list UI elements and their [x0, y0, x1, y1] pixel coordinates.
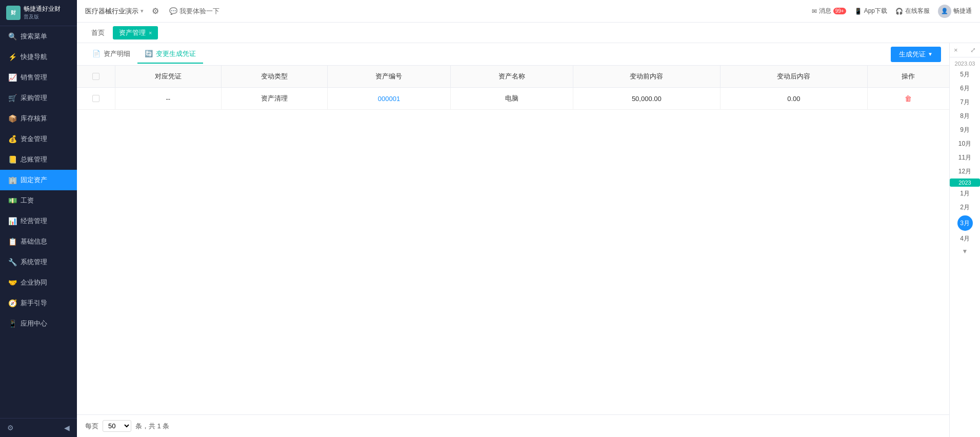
pagination-bar: 每页 50 10 20 100 条，共 1 条: [77, 414, 949, 437]
th-before: 变动前内容: [573, 66, 720, 88]
sidebar-label-basic-info: 基础信息: [21, 237, 47, 246]
year-2023-badge[interactable]: 2023: [950, 178, 980, 187]
month-item[interactable]: 8月: [956, 109, 973, 123]
row-operation: 🗑: [867, 88, 949, 110]
per-page-select[interactable]: 50 10 20 100: [103, 420, 131, 432]
generate-btn-arrow-icon: ▼: [928, 51, 933, 57]
content-main: 📄 资产明细 🔄 变更生成凭证 生成凭证 ▼: [77, 43, 949, 437]
sidebar-item-search[interactable]: 🔍 搜索菜单: [0, 26, 77, 47]
app-center-icon: 📱: [8, 320, 16, 328]
month-item[interactable]: 6月: [956, 82, 973, 95]
guide-icon: 🧭: [8, 299, 16, 307]
year-label-top: 2023.03: [950, 57, 980, 68]
row-checkbox-cell: [77, 88, 115, 110]
sidebar-item-ledger[interactable]: 📒 总账管理: [0, 149, 77, 170]
app-download-button[interactable]: 📱 App下载: [854, 7, 887, 15]
system-icon: 🔧: [8, 258, 16, 266]
sidebar-item-fixed-assets[interactable]: 🏢 固定资产: [0, 170, 77, 190]
fixed-assets-icon: 🏢: [8, 176, 16, 184]
experience-label: 我要体验一下: [179, 7, 219, 16]
customer-service-button[interactable]: 🎧 在线客服: [895, 7, 930, 15]
sidebar-item-system[interactable]: 🔧 系统管理: [0, 252, 77, 272]
sidebar-item-app-center[interactable]: 📱 应用中心: [0, 313, 77, 334]
user-avatar: 👤: [938, 5, 951, 18]
row-voucher: --: [115, 88, 221, 110]
fund-icon: 💰: [8, 135, 16, 143]
message-button[interactable]: ✉ 消息 99+: [812, 7, 846, 15]
header-settings-icon[interactable]: ⚙: [152, 6, 159, 16]
header-right: ✉ 消息 99+ 📱 App下载 🎧 在线客服 👤 畅捷通: [812, 5, 972, 18]
sidebar-item-purchase[interactable]: 🛒 采购管理: [0, 88, 77, 108]
sidebar-item-operations[interactable]: 📊 经营管理: [0, 211, 77, 231]
tab-home[interactable]: 首页: [85, 26, 111, 39]
month-item[interactable]: 9月: [956, 123, 973, 137]
scroll-down-arrow[interactable]: ▼: [950, 246, 980, 257]
tab-asset-detail[interactable]: 📄 资产明细: [85, 45, 137, 64]
sidebar-item-payroll[interactable]: 💵 工资: [0, 190, 77, 211]
sidebar-item-guide[interactable]: 🧭 新手引导: [0, 293, 77, 313]
month-item[interactable]: 4月: [957, 232, 973, 246]
row-name: 电脑: [450, 88, 573, 110]
sidebar-item-quick-nav[interactable]: ⚡ 快捷导航: [0, 47, 77, 67]
content-area: 📄 资产明细 🔄 变更生成凭证 生成凭证 ▼: [77, 43, 980, 437]
sidebar-item-basic-info[interactable]: 📋 基础信息: [0, 231, 77, 252]
experience-button[interactable]: 💬 我要体验一下: [169, 7, 219, 16]
tab-change-voucher-label: 变更生成凭证: [156, 49, 196, 58]
right-panel-header: × ⤢: [950, 43, 980, 57]
sidebar: 财 畅捷通好业财 普及版 🔍 搜索菜单 ⚡ 快捷导航 📈 销售管理 🛒 采购管理…: [0, 0, 77, 437]
month-item[interactable]: 11月: [956, 151, 973, 165]
th-checkbox: [77, 66, 115, 88]
sidebar-item-fund[interactable]: 💰 资金管理: [0, 129, 77, 149]
sidebar-item-inventory[interactable]: 📦 库存核算: [0, 108, 77, 129]
sidebar-label-quick-nav: 快捷导航: [21, 52, 47, 62]
th-after: 变动后内容: [720, 66, 867, 88]
logo-text: 畅捷通好业财: [24, 5, 61, 13]
message-label: 消息: [819, 7, 831, 15]
select-all-checkbox[interactable]: [92, 73, 99, 80]
tab-label: 资产管理: [119, 28, 146, 37]
sidebar-label-sales: 销售管理: [21, 73, 47, 82]
table-body: -- 资产清理 000001 电脑 50,000.00 0.00 🗑: [77, 88, 949, 110]
quick-nav-icon: ⚡: [8, 53, 16, 61]
company-selector[interactable]: 医疗器械行业演示 ▾: [85, 7, 144, 16]
tab-change-voucher[interactable]: 🔄 变更生成凭证: [137, 45, 203, 64]
customer-service-label: 在线客服: [905, 7, 930, 15]
row-checkbox[interactable]: [92, 95, 99, 102]
app-download-label: App下载: [864, 7, 887, 15]
delete-row-icon[interactable]: 🗑: [905, 94, 912, 103]
tab-assets-management[interactable]: 资产管理 ×: [113, 26, 158, 39]
month-item[interactable]: 12月: [956, 165, 973, 178]
sidebar-label-inventory: 库存核算: [21, 114, 47, 123]
month-item[interactable]: 10月: [956, 137, 973, 151]
row-before: 50,000.00: [573, 88, 720, 110]
row-after: 0.00: [720, 88, 867, 110]
sidebar-logo: 财 畅捷通好业财 普及版: [0, 0, 77, 26]
month-item[interactable]: 2月: [957, 201, 973, 214]
right-panel-close-icon[interactable]: ×: [954, 46, 958, 54]
sidebar-label-fixed-assets: 固定资产: [21, 175, 47, 185]
month-item[interactable]: 3月: [957, 215, 973, 231]
sidebar-item-sales[interactable]: 📈 销售管理: [0, 67, 77, 88]
logo-sub: 普及版: [24, 13, 61, 21]
table-header-row: 对应凭证 变动类型 资产编号 资产名称 变动前内容 变动后内容 操作: [77, 66, 949, 88]
sidebar-label-app-center: 应用中心: [21, 319, 47, 328]
th-voucher: 对应凭证: [115, 66, 221, 88]
tab-close-icon[interactable]: ×: [149, 30, 152, 36]
sales-icon: 📈: [8, 73, 16, 82]
right-panel-expand-icon[interactable]: ⤢: [970, 46, 976, 54]
main-area: 医疗器械行业演示 ▾ ⚙ 💬 我要体验一下 ✉ 消息 99+ 📱 App下载 🎧…: [77, 0, 980, 437]
user-menu[interactable]: 👤 畅捷通: [938, 5, 972, 18]
sidebar-label-ledger: 总账管理: [21, 155, 47, 164]
company-name: 医疗器械行业演示: [85, 7, 138, 16]
sidebar-label-search: 搜索菜单: [21, 32, 47, 41]
month-item[interactable]: 7月: [956, 95, 973, 109]
month-item[interactable]: 5月: [956, 68, 973, 82]
collapse-icon[interactable]: ◀: [64, 424, 70, 432]
top-header: 医疗器械行业演示 ▾ ⚙ 💬 我要体验一下 ✉ 消息 99+ 📱 App下载 🎧…: [77, 0, 980, 23]
month-item[interactable]: 1月: [957, 187, 973, 201]
generate-btn-label: 生成凭证: [899, 50, 926, 59]
sidebar-item-enterprise[interactable]: 🤝 企业协同: [0, 272, 77, 293]
sidebar-label-guide: 新手引导: [21, 299, 47, 308]
generate-voucher-button[interactable]: 生成凭证 ▼: [891, 47, 941, 62]
settings-icon[interactable]: ⚙: [7, 424, 14, 432]
